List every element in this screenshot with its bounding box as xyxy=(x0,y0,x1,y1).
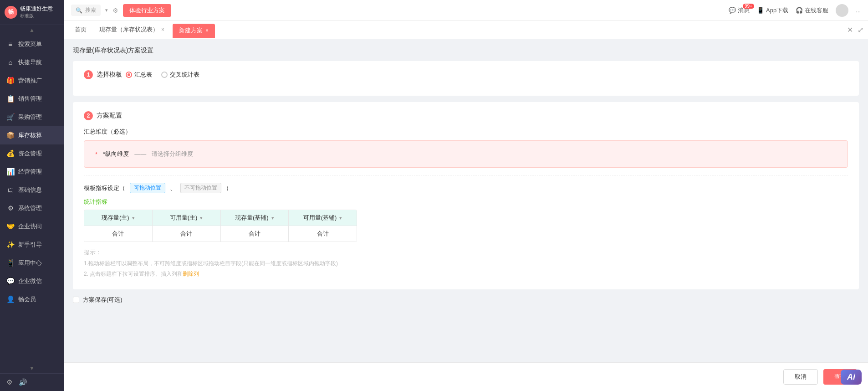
main-area: 🔍 搜索 ▾ ⚙ 体验行业方案 💬 消息 99+ 📱 App下载 🎧 在线客服 … xyxy=(64,0,868,391)
app-name-block: 畅康通好生意 标准版 xyxy=(20,5,53,19)
radio-summary-label: 汇总表 xyxy=(134,71,152,79)
app-logo-icon: 畅 xyxy=(5,6,17,19)
step2-badge: 2 xyxy=(84,111,93,120)
stats-table-header: 现存量(主) ▾ 可用量(主) ▾ 现存量(基辅) ▾ 可用量(基辅) ▾ xyxy=(84,210,357,226)
sidebar-item-sales[interactable]: 📋 销售管理 xyxy=(0,90,64,108)
step1-card: 1 选择模板 汇总表 交叉统计表 xyxy=(73,61,859,96)
quick-nav-icon: ⌂ xyxy=(6,58,15,66)
sidebar-item-label: 销售管理 xyxy=(18,95,42,103)
sidebar-scroll: ≡ 搜索菜单 ⌂ 快捷导航 🎁 营销推广 📋 销售管理 🛒 采购管理 📦 库存核… xyxy=(0,35,64,363)
messages-group[interactable]: 💬 消息 99+ xyxy=(729,6,750,15)
headset-icon: 🎧 xyxy=(796,7,803,14)
stats-col-1-label: 可用量(主) xyxy=(170,214,198,222)
sidebar-item-quick-nav[interactable]: ⌂ 快捷导航 xyxy=(0,53,64,72)
sidebar-item-app-center[interactable]: 📱 应用中心 xyxy=(0,254,64,272)
search-menu-icon: ≡ xyxy=(6,40,15,48)
step2-header: 2 方案配置 xyxy=(84,111,848,120)
non-draggable-tag: 不可拖动位置 xyxy=(180,183,221,193)
stats-header-cell-3[interactable]: 可用量(基辅) ▾ xyxy=(289,210,357,226)
cancel-button[interactable]: 取消 xyxy=(783,369,818,385)
page-title: 现存量(库存状况表)方案设置 xyxy=(73,46,859,55)
stats-col-2-caret: ▾ xyxy=(271,215,274,221)
section-divider xyxy=(84,175,848,175)
sidebar-item-cooperation[interactable]: 🤝 企业协同 xyxy=(0,217,64,236)
stats-header-cell-2[interactable]: 现存量(基辅) ▾ xyxy=(221,210,289,226)
sidebar-scroll-down[interactable]: ▼ xyxy=(0,363,64,373)
topbar-gear-icon[interactable]: ⚙ xyxy=(112,7,118,14)
app-download-group[interactable]: 📱 App下载 xyxy=(757,6,788,15)
messages-badge: 99+ xyxy=(743,4,754,9)
dimension-box: * *纵向维度 —— 请选择分组维度 xyxy=(84,140,848,168)
volume-icon[interactable]: 🔊 xyxy=(19,378,27,386)
step1-header: 1 选择模板 汇总表 交叉统计表 xyxy=(84,70,848,79)
sidebar-item-label: 新手引导 xyxy=(18,241,42,249)
tab-inventory[interactable]: 现存量（库存状况表） × xyxy=(93,21,171,39)
sidebar-item-search-menu[interactable]: ≡ 搜索菜单 xyxy=(0,35,64,53)
sidebar-item-label: 畅会员 xyxy=(18,295,36,304)
stats-col-3-label: 可用量(基辅) xyxy=(303,214,337,222)
tips-section: 提示： 1.拖动标题栏可以调整布局，不可跨维度或指标区域拖动栏目字段(只能在同一… xyxy=(84,248,848,278)
sidebar-item-new-guide[interactable]: ✨ 新手引导 xyxy=(0,236,64,254)
stats-table: 现存量(主) ▾ 可用量(主) ▾ 现存量(基辅) ▾ 可用量(基辅) ▾ xyxy=(84,210,357,242)
stats-cell-0-2: 合计 xyxy=(221,226,289,242)
radio-summary[interactable]: 汇总表 xyxy=(126,71,152,79)
operations-icon: 📊 xyxy=(6,168,15,176)
footer-actions: 取消 查询 xyxy=(64,362,868,391)
sidebar-item-basic-info[interactable]: 🗂 基础信息 xyxy=(0,181,64,199)
sidebar-item-label: 库存核算 xyxy=(18,131,42,139)
tab-home[interactable]: 首页 xyxy=(68,21,93,39)
sidebar-item-inventory[interactable]: 📦 库存核算 xyxy=(0,126,64,144)
sidebar-item-label: 营销推广 xyxy=(18,77,42,85)
tab-new-plan-close-icon[interactable]: × xyxy=(205,27,209,34)
indicator-suffix: ） xyxy=(226,184,232,192)
close-panel-icon[interactable]: ✕ xyxy=(847,26,853,34)
tab-inventory-label: 现存量（库存状况表） xyxy=(99,26,158,34)
marketing-icon: 🎁 xyxy=(6,77,15,85)
stats-cell-0-0: 合计 xyxy=(84,226,153,242)
step2-title: 方案配置 xyxy=(97,112,122,120)
stats-header-cell-0[interactable]: 现存量(主) ▾ xyxy=(84,210,153,226)
search-icon: 🔍 xyxy=(76,7,82,14)
sidebar-item-label: 应用中心 xyxy=(18,259,42,267)
tips-title: 提示： xyxy=(84,248,848,257)
vertical-label: *纵向维度 xyxy=(103,150,129,158)
stats-header-cell-1[interactable]: 可用量(主) ▾ xyxy=(153,210,221,226)
settings-icon[interactable]: ⚙ xyxy=(6,378,12,386)
sidebar-item-operations[interactable]: 📊 经营管理 xyxy=(0,163,64,181)
sidebar-item-member[interactable]: 👤 畅会员 xyxy=(0,290,64,309)
stats-col-0-label: 现存量(主) xyxy=(102,214,129,222)
trial-button[interactable]: 体验行业方案 xyxy=(123,4,171,17)
sidebar-item-system[interactable]: ⚙ 系统管理 xyxy=(0,199,64,217)
purchase-icon: 🛒 xyxy=(6,113,15,121)
sidebar-item-wechat[interactable]: 💬 企业微信 xyxy=(0,272,64,290)
search-bar[interactable]: 🔍 搜索 xyxy=(71,5,101,16)
search-caret-icon[interactable]: ▾ xyxy=(105,7,108,13)
basic-info-icon: 🗂 xyxy=(6,186,15,194)
sidebar-scroll-up[interactable]: ▲ xyxy=(0,25,64,35)
tab-home-label: 首页 xyxy=(75,26,87,34)
radio-cross[interactable]: 交叉统计表 xyxy=(161,71,199,79)
sidebar-item-marketing[interactable]: 🎁 营销推广 xyxy=(0,72,64,90)
stats-col-1-caret: ▾ xyxy=(200,215,203,221)
save-plan-row: 方案保存(可选) xyxy=(73,296,859,304)
sidebar-item-label: 基础信息 xyxy=(18,186,42,194)
sidebar-item-finance[interactable]: 💰 资金管理 xyxy=(0,144,64,163)
stats-section-title: 统计指标 xyxy=(84,198,848,206)
sidebar-item-purchase[interactable]: 🛒 采购管理 xyxy=(0,108,64,126)
tab-inventory-close-icon[interactable]: × xyxy=(161,26,164,33)
user-avatar[interactable] xyxy=(836,4,848,17)
sales-icon: 📋 xyxy=(6,95,15,103)
ai-badge[interactable]: Ai xyxy=(841,370,862,385)
stats-col-3-caret: ▾ xyxy=(339,215,342,221)
online-service-label: 在线客服 xyxy=(805,6,828,15)
stats-cell-0-1: 合计 xyxy=(153,226,221,242)
tip-item-1: 2. 点击标题栏下拉可设置排序、插入列和删除列 xyxy=(84,270,848,278)
member-icon: 👤 xyxy=(6,295,15,304)
app-edition: 标准版 xyxy=(20,13,53,19)
save-plan-checkbox[interactable] xyxy=(73,297,79,303)
online-service-group[interactable]: 🎧 在线客服 xyxy=(796,6,828,15)
expand-icon[interactable]: ⤢ xyxy=(858,26,863,34)
tab-new-plan[interactable]: 新建方案 × xyxy=(173,24,215,38)
topbar-right: 💬 消息 99+ 📱 App下载 🎧 在线客服 ... xyxy=(729,4,861,17)
tab-new-plan-label: 新建方案 xyxy=(179,26,203,35)
